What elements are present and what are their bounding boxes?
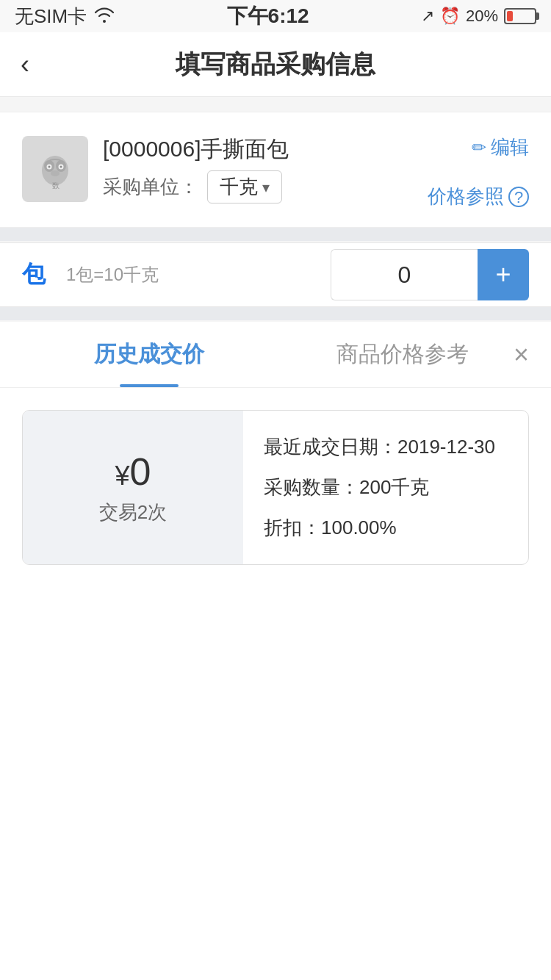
svg-point-6 [60, 166, 62, 168]
tabs-row: 历史成交价 商品价格参考 × [0, 322, 551, 388]
product-info: [0000006]手撕面包 采购单位： 千克 ▾ [103, 134, 289, 203]
battery-icon [504, 8, 536, 24]
svg-point-5 [48, 166, 51, 168]
price-ref-button[interactable]: 价格参照 ? [428, 184, 529, 209]
wifi-icon [94, 5, 115, 28]
edit-button[interactable]: ✏ 编辑 [472, 134, 529, 160]
battery-percent: 20% [466, 7, 498, 26]
tab-product-price-ref[interactable]: 商品价格参考 [276, 322, 529, 387]
currency-symbol: ¥ [115, 461, 130, 491]
purchase-qty: 采购数量：200千克 [264, 473, 508, 502]
tab-close-button[interactable]: × [514, 339, 529, 370]
tab-history-price[interactable]: 历史成交价 [22, 322, 276, 387]
empty-area [0, 587, 551, 980]
svg-point-7 [51, 170, 60, 176]
product-name: [0000006]手撕面包 [103, 134, 289, 165]
quantity-row: 包 1包=10千克 + [0, 242, 551, 307]
location-icon: ↗ [421, 7, 434, 26]
price-card-right: 最近成交日期：2019-12-30 采购数量：200千克 折扣：100.00% [243, 411, 528, 564]
edit-icon: ✏ [472, 137, 486, 158]
tab-active-underline [120, 384, 179, 387]
product-card: 数 [0000006]手撕面包 采购单位： 千克 ▾ ✏ 编辑 价 [0, 112, 551, 228]
unit-conversion-text: 1包=10千克 [66, 263, 316, 287]
carrier-text: 无SIM卡 [15, 4, 87, 29]
unit-label-text: 采购单位： [103, 174, 198, 200]
price-card-left: ¥0 交易2次 [23, 411, 243, 564]
price-ref-label: 价格参照 [428, 184, 504, 209]
price-amount: 0 [130, 450, 151, 493]
back-button[interactable]: ‹ [21, 49, 29, 80]
quantity-input-area: + [331, 249, 529, 300]
divider-2 [0, 307, 551, 320]
price-card: ¥0 交易2次 最近成交日期：2019-12-30 采购数量：200千克 折扣：… [22, 410, 529, 565]
battery-fill [507, 11, 513, 21]
status-right: ↗ ⏰ 20% [421, 7, 536, 26]
chevron-down-icon: ▾ [262, 179, 270, 196]
status-left: 无SIM卡 [15, 4, 115, 29]
tab-history-label: 历史成交价 [94, 339, 204, 370]
help-icon: ? [508, 187, 529, 207]
product-unit-row: 采购单位： 千克 ▾ [103, 170, 289, 203]
divider [0, 228, 551, 241]
unit-name-label: 包 [22, 259, 51, 291]
unit-select-dropdown[interactable]: 千克 ▾ [207, 170, 282, 203]
page-title: 填写商品采购信息 [176, 48, 375, 82]
plus-icon: + [495, 259, 511, 290]
product-top-row: 数 [0000006]手撕面包 采购单位： 千克 ▾ ✏ 编辑 价 [22, 134, 529, 209]
product-right: ✏ 编辑 价格参照 ? [428, 134, 529, 209]
tab-price-ref-label: 商品价格参考 [336, 339, 469, 370]
product-left: 数 [0000006]手撕面包 采购单位： 千克 ▾ [22, 134, 289, 203]
svg-text:数: 数 [52, 181, 60, 190]
product-thumbnail: 数 [22, 136, 88, 202]
alarm-icon: ⏰ [440, 7, 460, 26]
price-trade-count: 交易2次 [99, 500, 167, 525]
status-bar: 无SIM卡 下午6:12 ↗ ⏰ 20% [0, 0, 551, 32]
price-value: ¥0 [115, 450, 151, 494]
quantity-input[interactable] [331, 249, 478, 300]
status-time: 下午6:12 [227, 2, 309, 30]
quantity-plus-button[interactable]: + [478, 249, 529, 300]
discount: 折扣：100.00% [264, 514, 508, 542]
unit-value: 千克 [220, 174, 258, 200]
edit-label: 编辑 [491, 134, 529, 160]
price-card-area: ¥0 交易2次 最近成交日期：2019-12-30 采购数量：200千克 折扣：… [0, 388, 551, 587]
recent-date: 最近成交日期：2019-12-30 [264, 433, 508, 461]
nav-bar: ‹ 填写商品采购信息 [0, 32, 551, 97]
